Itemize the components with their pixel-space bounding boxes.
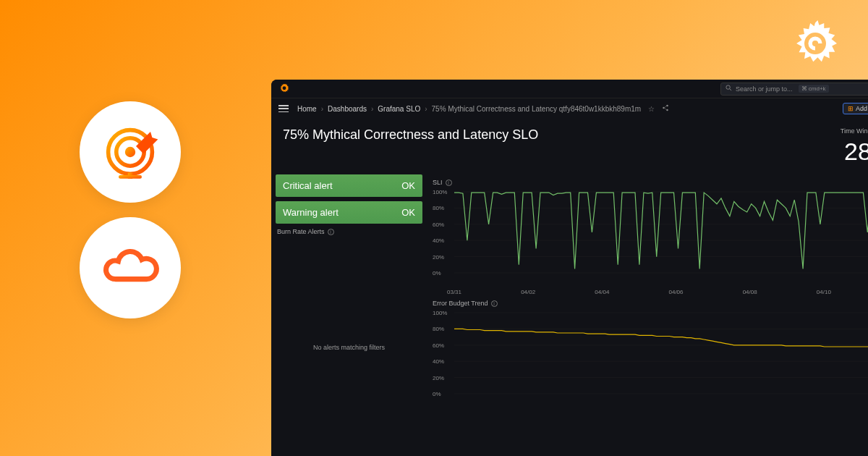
share-icon[interactable] — [662, 104, 669, 113]
status-badge: OK — [401, 207, 415, 218]
star-icon[interactable]: ☆ — [648, 105, 655, 113]
svg-point-5 — [726, 85, 730, 89]
burn-rate-header: Burn Rate Alerts i — [277, 228, 422, 235]
warning-alert-panel[interactable]: Warning alert OK — [276, 201, 422, 224]
search-icon — [726, 85, 732, 93]
search-input[interactable]: Search or jump to... ⌘ cmd+k — [720, 83, 868, 96]
svg-point-9 — [666, 109, 668, 111]
svg-point-8 — [666, 105, 668, 107]
svg-line-6 — [730, 89, 731, 90]
svg-rect-4 — [119, 175, 142, 179]
empty-state: No alerts matching filters — [276, 344, 422, 351]
critical-alert-panel[interactable]: Critical alert OK — [276, 174, 422, 197]
crumb-current: 75% Mythical Correctness and Latency qtf… — [432, 105, 642, 113]
top-bar: Search or jump to... ⌘ cmd+k 🕮 — [271, 80, 868, 98]
crumb-home[interactable]: Home — [297, 105, 317, 113]
error-budget-chart[interactable]: 0%20%40%60%80%100% — [431, 310, 868, 415]
svg-point-2 — [125, 147, 135, 157]
add-button[interactable]: ⊞ Add ▾ — [843, 103, 868, 114]
cloud-badge-icon — [80, 217, 181, 318]
time-window-panel: Time Windowi 28d — [841, 127, 868, 166]
status-badge: OK — [401, 180, 415, 191]
sli-chart[interactable]: 0%20%40%60%80%100%03/3104/0204/0404/0604… — [431, 189, 868, 294]
info-icon[interactable]: i — [446, 180, 452, 186]
crumb-slo[interactable]: Grafana SLO — [378, 105, 420, 113]
grafana-icon[interactable] — [278, 83, 290, 95]
info-icon[interactable]: i — [491, 300, 498, 307]
time-window-value: 28d — [841, 138, 868, 166]
target-badge-icon — [80, 101, 181, 203]
info-icon[interactable]: i — [328, 229, 334, 235]
panel-icon: ⊞ — [848, 105, 854, 112]
search-shortcut: ⌘ cmd+k — [799, 85, 829, 93]
breadcrumb: Home › Dashboards › Grafana SLO › 75% My… — [271, 98, 868, 119]
menu-icon[interactable] — [278, 105, 289, 112]
dashboard-window: Search or jump to... ⌘ cmd+k 🕮 Home › Da… — [271, 80, 868, 456]
search-placeholder: Search or jump to... — [736, 85, 793, 93]
page-title: 75% Mythical Correctness and Latency SLO — [283, 127, 538, 143]
grafana-logo-icon — [790, 20, 841, 77]
svg-line-11 — [665, 109, 667, 110]
error-budget-header: Error Budget Trend i — [433, 300, 868, 307]
svg-line-10 — [665, 106, 667, 108]
sli-header: SLI i — [433, 179, 868, 186]
crumb-dashboards[interactable]: Dashboards — [328, 105, 367, 113]
svg-point-7 — [663, 107, 665, 109]
